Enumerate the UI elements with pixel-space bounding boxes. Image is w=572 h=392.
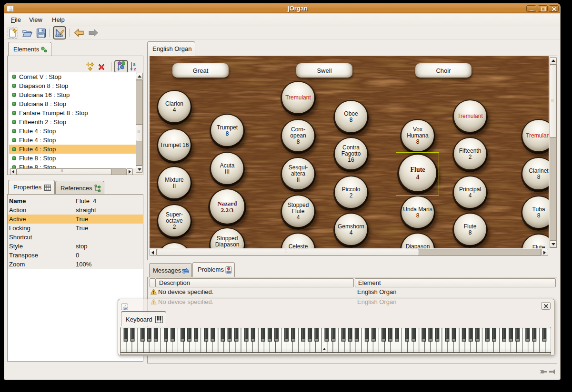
svg-text:z: z (134, 66, 136, 71)
